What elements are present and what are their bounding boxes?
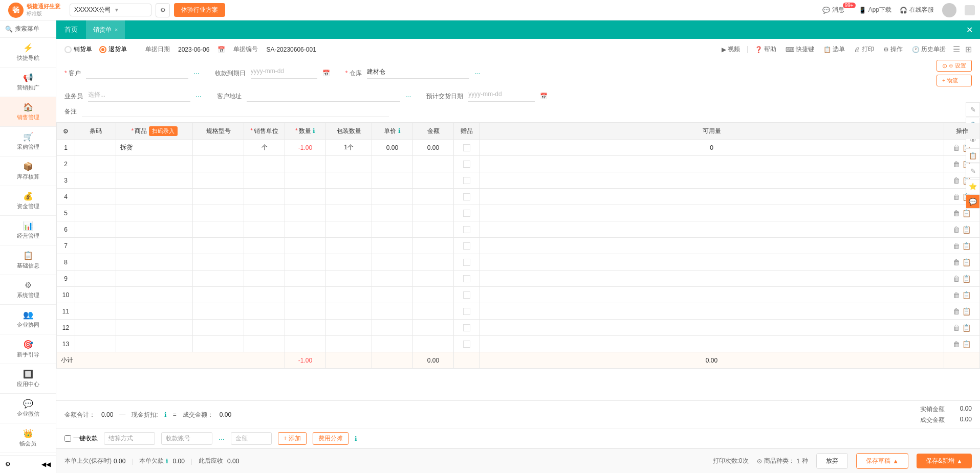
- row-price[interactable]: [372, 156, 413, 172]
- delete-icon[interactable]: 🗑: [953, 275, 960, 283]
- float-btn-1[interactable]: ✎: [966, 102, 980, 117]
- row-pkg-qty[interactable]: [326, 221, 372, 238]
- row-amount[interactable]: [413, 303, 454, 320]
- customer-input[interactable]: [86, 67, 188, 79]
- row-gift[interactable]: [454, 140, 480, 156]
- row-qty[interactable]: [285, 156, 326, 172]
- sidebar-search[interactable]: 🔍 搜索菜单: [0, 20, 56, 38]
- row-price[interactable]: [372, 172, 413, 189]
- app-download-button[interactable]: 📱 App下载: [859, 6, 891, 14]
- fee-allocation-button[interactable]: 费用分摊: [313, 432, 349, 445]
- row-amount[interactable]: [413, 238, 454, 254]
- gift-checkbox[interactable]: [463, 324, 470, 331]
- row-product[interactable]: [116, 189, 193, 205]
- row-product[interactable]: [116, 336, 193, 352]
- sidebar-item-5[interactable]: 💰 资金管理: [0, 186, 56, 216]
- row-gift[interactable]: [454, 303, 480, 320]
- qty-info-icon[interactable]: ℹ: [313, 127, 315, 134]
- row-pkg-qty[interactable]: [326, 189, 372, 205]
- help-button[interactable]: ❓ 帮助: [753, 44, 778, 55]
- row-qty[interactable]: [285, 320, 326, 336]
- row-unit[interactable]: [244, 336, 285, 352]
- row-spec[interactable]: [193, 320, 244, 336]
- sidebar-item-3[interactable]: 🛒 采购管理: [0, 127, 56, 156]
- th-settings[interactable]: ⚙: [57, 123, 75, 140]
- gift-checkbox[interactable]: [463, 308, 470, 315]
- row-product[interactable]: [116, 320, 193, 336]
- row-gift[interactable]: [454, 221, 480, 238]
- row-spec[interactable]: [193, 238, 244, 254]
- delete-icon[interactable]: 🗑: [953, 307, 960, 316]
- row-product[interactable]: [116, 172, 193, 189]
- row-barcode[interactable]: [75, 172, 116, 189]
- account-ellipsis[interactable]: ···: [219, 435, 225, 443]
- tab-bar-close-button[interactable]: ✕: [959, 25, 980, 35]
- print-button[interactable]: 🖨 打印: [852, 44, 876, 55]
- row-unit[interactable]: [244, 189, 285, 205]
- row-price[interactable]: 0.00: [372, 140, 413, 156]
- gift-checkbox[interactable]: [463, 144, 470, 151]
- payment-due-input[interactable]: yyyy-mm-dd: [251, 67, 317, 79]
- row-unit[interactable]: [244, 172, 285, 189]
- copy-icon[interactable]: 📋: [962, 324, 971, 332]
- row-amount[interactable]: [413, 156, 454, 172]
- row-pkg-qty[interactable]: [326, 287, 372, 303]
- product-kinds-icon[interactable]: ⊙: [757, 458, 762, 465]
- gift-checkbox[interactable]: [463, 161, 470, 168]
- row-gift[interactable]: [454, 205, 480, 221]
- row-product[interactable]: [116, 156, 193, 172]
- radio-sales-order[interactable]: 销货单: [64, 45, 92, 54]
- add-payment-button[interactable]: + 添加: [278, 432, 307, 445]
- delete-icon[interactable]: 🗑: [953, 242, 960, 250]
- row-price[interactable]: [372, 221, 413, 238]
- row-unit[interactable]: [244, 254, 285, 271]
- row-gift[interactable]: [454, 271, 480, 287]
- row-gift[interactable]: [454, 172, 480, 189]
- row-pkg-qty[interactable]: [326, 205, 372, 221]
- row-qty[interactable]: [285, 287, 326, 303]
- row-qty[interactable]: [285, 271, 326, 287]
- row-barcode[interactable]: [75, 140, 116, 156]
- row-qty[interactable]: -1.00: [285, 140, 326, 156]
- discard-button[interactable]: 放弃: [816, 453, 848, 469]
- video-button[interactable]: ▶ 视频: [720, 44, 742, 55]
- row-spec[interactable]: [193, 156, 244, 172]
- row-unit[interactable]: [244, 303, 285, 320]
- settings-gear-button[interactable]: ⚙: [156, 3, 170, 17]
- row-gift[interactable]: [454, 254, 480, 271]
- warehouse-input[interactable]: 建材仓: [367, 67, 469, 79]
- row-amount[interactable]: [413, 221, 454, 238]
- tab-sales-order[interactable]: 销货单 ×: [86, 20, 125, 39]
- sidebar-item-10[interactable]: 🎯 新手引导: [0, 334, 56, 364]
- row-price[interactable]: [372, 238, 413, 254]
- row-product[interactable]: [116, 254, 193, 271]
- radio-return-order[interactable]: 退货单: [99, 45, 127, 54]
- row-unit[interactable]: [244, 320, 285, 336]
- copy-icon[interactable]: 📋: [962, 226, 971, 234]
- row-product[interactable]: [116, 238, 193, 254]
- row-amount[interactable]: 0.00: [413, 140, 454, 156]
- discount-info-icon[interactable]: ℹ: [164, 411, 167, 418]
- row-unit[interactable]: [244, 221, 285, 238]
- row-qty[interactable]: [285, 303, 326, 320]
- row-barcode[interactable]: [75, 320, 116, 336]
- row-gift[interactable]: [454, 287, 480, 303]
- draft-button[interactable]: 保存草稿 ▲: [856, 453, 908, 469]
- delete-icon[interactable]: 🗑: [953, 209, 960, 217]
- warehouse-ellipsis[interactable]: ···: [474, 69, 481, 77]
- copy-icon[interactable]: 📋: [962, 340, 971, 348]
- row-product[interactable]: [116, 271, 193, 287]
- row-pkg-qty[interactable]: [326, 172, 372, 189]
- scan-button[interactable]: 扫码录入: [149, 126, 178, 136]
- row-pkg-qty[interactable]: [326, 156, 372, 172]
- row-barcode[interactable]: [75, 303, 116, 320]
- avatar[interactable]: [942, 3, 956, 17]
- gift-checkbox[interactable]: [463, 177, 470, 184]
- row-amount[interactable]: [413, 287, 454, 303]
- row-unit[interactable]: [244, 271, 285, 287]
- row-product[interactable]: [116, 205, 193, 221]
- account-select[interactable]: 收款账号: [161, 432, 212, 445]
- row-product[interactable]: [116, 287, 193, 303]
- row-unit[interactable]: [244, 205, 285, 221]
- amount-input[interactable]: 金额: [231, 432, 272, 445]
